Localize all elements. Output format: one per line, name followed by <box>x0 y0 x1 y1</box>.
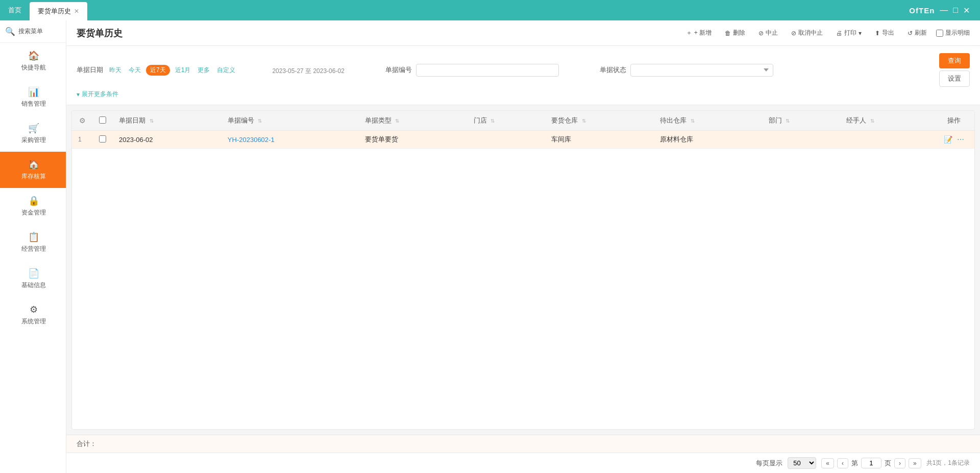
sidebar-item-label: 库存核算 <box>21 172 46 181</box>
display-detail-checkbox[interactable] <box>936 30 943 37</box>
col-checkbox-header <box>92 111 113 131</box>
tab-active[interactable]: 要货单历史 ✕ <box>30 2 87 20</box>
first-page-button[interactable]: « <box>821 458 834 468</box>
tab-list: 首页 要货单历史 ✕ <box>0 0 87 20</box>
shortcut-today[interactable]: 今天 <box>127 65 143 76</box>
doc-status-select[interactable] <box>630 64 773 77</box>
sidebar-item-basic-info[interactable]: 📄 基础信息 <box>0 261 66 297</box>
pagination-info: 共1页，1条记录 <box>926 459 970 467</box>
table-area: ⚙ 单据日期 ⇅ 单据编号 ⇅ <box>71 110 975 430</box>
sidebar-item-inventory[interactable]: 🏠 库存核算 <box>0 152 66 188</box>
next-page-button[interactable]: › <box>894 458 905 468</box>
query-button[interactable]: 查询 <box>939 53 970 68</box>
tab-close-icon[interactable]: ✕ <box>74 8 79 15</box>
print-icon: 🖨 <box>836 30 842 37</box>
doc-no-link[interactable]: YH-20230602-1 <box>228 136 275 144</box>
row-req-warehouse: 车间库 <box>545 131 654 149</box>
new-button[interactable]: ＋ + 新增 <box>682 27 716 39</box>
filter-doc-status: 单据状态 <box>600 64 773 77</box>
sidebar-item-quick-nav[interactable]: 🏠 快捷导航 <box>0 43 66 79</box>
stop-label: 中止 <box>766 29 778 37</box>
sidebar-item-label: 快捷导航 <box>21 63 46 72</box>
cancel-stop-button[interactable]: ⊘ 取消中止 <box>787 27 827 39</box>
doc-date-label: 单据日期 <box>77 65 103 75</box>
sort-department-icon[interactable]: ⇅ <box>786 118 790 124</box>
shortcut-yesterday[interactable]: 昨天 <box>107 65 124 76</box>
new-icon: ＋ <box>686 29 692 37</box>
sidebar-item-sales[interactable]: 📊 销售管理 <box>0 79 66 115</box>
sidebar-item-system[interactable]: ⚙ 系统管理 <box>0 297 66 333</box>
display-detail-check[interactable]: 显示明细 <box>936 29 970 37</box>
table-row: 1 2023-06-02 YH-20230602-1 要货单要货 车间库 原材料… <box>72 131 974 149</box>
sort-handler-icon[interactable]: ⇅ <box>870 118 874 124</box>
table-gear-icon[interactable]: ⚙ <box>79 116 86 125</box>
sort-store-icon[interactable]: ⇅ <box>491 118 495 124</box>
sort-doc-type-icon[interactable]: ⇅ <box>395 118 399 124</box>
sidebar-item-finance[interactable]: 🔒 资金管理 <box>0 188 66 224</box>
export-label: 导出 <box>882 29 894 37</box>
row-more-icon[interactable]: ⋯ <box>957 135 964 144</box>
row-doc-date: 2023-06-02 <box>113 131 222 149</box>
page-title: 要货单历史 <box>77 27 122 39</box>
tab-home-label: 首页 <box>8 6 21 15</box>
row-ops: 📝 ⋯ <box>934 131 974 149</box>
sidebar: 🔍 搜索菜单 🏠 快捷导航 📊 销售管理 🛒 采购管理 🏠 库存核算 🔒 资金管… <box>0 20 66 473</box>
select-all-checkbox[interactable] <box>99 116 106 124</box>
close-window-icon[interactable]: ✕ <box>963 6 970 15</box>
row-checkbox[interactable] <box>99 135 106 143</box>
sidebar-item-label: 销售管理 <box>21 100 46 108</box>
col-handler: 经手人 ⇅ <box>840 111 934 131</box>
stop-button[interactable]: ⊘ 中止 <box>754 27 782 39</box>
delete-label: 删除 <box>733 29 745 37</box>
row-doc-no: YH-20230602-1 <box>222 131 359 149</box>
sort-doc-date-icon[interactable]: ⇅ <box>150 118 154 124</box>
settings-button[interactable]: 设置 <box>939 70 970 87</box>
last-page-button[interactable]: » <box>909 458 921 468</box>
row-num: 1 <box>72 131 92 149</box>
sort-req-warehouse-icon[interactable]: ⇅ <box>582 118 586 124</box>
maximize-icon[interactable]: □ <box>953 6 958 15</box>
home-icon: 🏠 <box>28 50 39 61</box>
refresh-label: 刷新 <box>915 29 927 37</box>
page-input[interactable] <box>861 458 881 468</box>
expand-more-button[interactable]: ▾ 展开更多条件 <box>77 90 970 99</box>
doc-no-input[interactable] <box>416 64 559 77</box>
table-header-row: ⚙ 单据日期 ⇅ 单据编号 ⇅ <box>72 111 974 131</box>
per-page-select[interactable]: 50 10 20 100 <box>788 457 816 469</box>
refresh-button[interactable]: ↺ 刷新 <box>903 27 931 39</box>
shortcut-1month[interactable]: 近1月 <box>173 65 193 76</box>
sidebar-search[interactable]: 🔍 搜索菜单 <box>0 20 66 43</box>
sort-pending-warehouse-icon[interactable]: ⇅ <box>691 118 695 124</box>
tab-home[interactable]: 首页 <box>0 0 30 20</box>
row-doc-type: 要货单要货 <box>359 131 468 149</box>
sort-doc-no-icon[interactable]: ⇅ <box>258 118 262 124</box>
doc-no-label: 单据编号 <box>385 65 412 75</box>
finance-icon: 🔒 <box>28 195 39 206</box>
sidebar-item-business[interactable]: 📋 经营管理 <box>0 224 66 261</box>
sidebar-item-purchase[interactable]: 🛒 采购管理 <box>0 115 66 152</box>
shortcut-7days[interactable]: 近7天 <box>146 65 170 76</box>
export-button[interactable]: ⬆ 导出 <box>871 27 898 39</box>
row-edit-icon[interactable]: 📝 <box>944 135 952 144</box>
per-page-label: 每页显示 <box>756 459 782 468</box>
row-store <box>468 131 545 149</box>
prev-page-button[interactable]: ‹ <box>837 458 848 468</box>
business-icon: 📋 <box>28 231 39 243</box>
page-label: 第 <box>851 459 858 468</box>
header-actions: ＋ + 新增 🗑 删除 ⊘ 中止 ⊘ 取消中止 🖨 打印 <box>682 27 970 39</box>
filter-row-1: 单据日期 昨天 今天 近7天 近1月 更多 自定义 2023-05-27 至 2… <box>77 53 970 87</box>
main-layout: 🔍 搜索菜单 🏠 快捷导航 📊 销售管理 🛒 采购管理 🏠 库存核算 🔒 资金管… <box>0 20 980 473</box>
delete-button[interactable]: 🗑 删除 <box>721 27 749 39</box>
top-bar-right: OfTEn — □ ✕ <box>909 6 980 15</box>
date-range-text: 2023-05-27 至 2023-06-02 <box>272 67 344 75</box>
col-department: 部门 ⇅ <box>763 111 840 131</box>
system-icon: ⚙ <box>30 304 38 315</box>
shortcut-custom[interactable]: 自定义 <box>215 65 237 76</box>
purchase-icon: 🛒 <box>28 123 39 134</box>
print-button[interactable]: 🖨 打印 ▾ <box>832 27 866 39</box>
shortcut-more[interactable]: 更多 <box>195 65 212 76</box>
row-checkbox-cell <box>92 131 113 149</box>
doc-status-label: 单据状态 <box>600 65 626 75</box>
minimize-icon[interactable]: — <box>940 6 948 15</box>
export-icon: ⬆ <box>875 30 880 37</box>
